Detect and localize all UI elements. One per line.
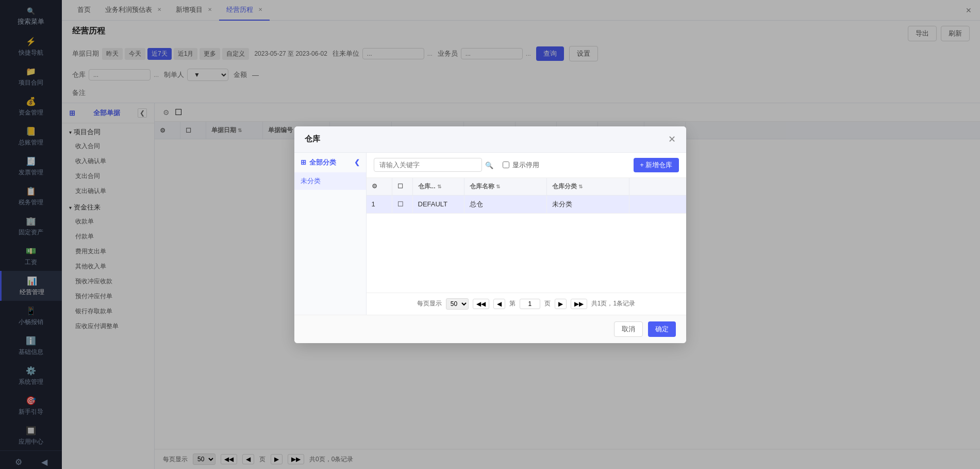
modal-th-category: 仓库分类 ⇅ [547, 178, 629, 195]
modal-page-label: 页 [544, 299, 551, 308]
modal-pagination: 每页显示 50 ◀◀ ◀ 第 页 ▶ ▶▶ 共1页，1条记录 [367, 293, 686, 315]
show-disabled-checkbox[interactable]: 显示停用 [503, 160, 539, 170]
modal-th-settings: ⚙ [367, 178, 392, 195]
warehouse-modal: 仓库 ✕ ⊞ 全部分类 ❮ 未分类 [294, 126, 686, 343]
row-check[interactable]: ☐ [392, 196, 413, 213]
table-row[interactable]: 1 ☐ DEFAULT 总仓 未分类 [367, 196, 686, 214]
modal-sidebar-all-label: 全部分类 [309, 158, 336, 167]
modal-th-name: 仓库名称 ⇅ [464, 178, 547, 195]
modal-sidebar-collapse[interactable]: ❮ [354, 158, 360, 166]
modal-sidebar-all[interactable]: ⊞ 全部分类 ❮ [294, 153, 366, 172]
row-category: 未分类 [547, 196, 629, 213]
modal-prev-btn[interactable]: ◀ [493, 299, 505, 309]
uncategorized-label: 未分类 [301, 177, 321, 185]
modal-main: 🔍 显示停用 + 新增仓库 ⚙ ☐ 仓库... ⇅ [367, 153, 686, 315]
modal-header: 仓库 ✕ [294, 126, 686, 153]
modal-search-input[interactable] [374, 158, 482, 172]
row-name: 总仓 [464, 196, 547, 213]
modal-page-input[interactable] [520, 299, 540, 309]
modal-sidebar: ⊞ 全部分类 ❮ 未分类 [294, 153, 367, 315]
sort-modal-name[interactable]: ⇅ [496, 184, 500, 189]
modal-overlay: 仓库 ✕ ⊞ 全部分类 ❮ 未分类 [0, 0, 980, 469]
sort-modal-category[interactable]: ⇅ [578, 184, 583, 189]
modal-body: ⊞ 全部分类 ❮ 未分类 🔍 显示停用 [294, 153, 686, 315]
modal-title: 仓库 [305, 134, 320, 144]
modal-close-button[interactable]: ✕ [668, 134, 676, 145]
modal-total-label: 共1页，1条记录 [591, 299, 635, 308]
modal-per-page-select[interactable]: 50 [446, 298, 469, 310]
modal-last-btn[interactable]: ▶▶ [571, 299, 587, 309]
modal-per-page-label: 每页显示 [417, 299, 442, 308]
modal-th-code: 仓库... ⇅ [413, 178, 464, 195]
modal-sidebar-uncategorized[interactable]: 未分类 [294, 172, 366, 190]
add-warehouse-button[interactable]: + 新增仓库 [634, 158, 678, 172]
modal-next-btn[interactable]: ▶ [555, 299, 567, 309]
modal-search-wrap: 🔍 [374, 158, 497, 172]
row-num: 1 [367, 196, 392, 213]
grid-icon-modal: ⊞ [301, 158, 306, 166]
modal-search-icon: 🔍 [485, 161, 493, 169]
modal-table-header: ⚙ ☐ 仓库... ⇅ 仓库名称 ⇅ 仓库分类 ⇅ [367, 178, 686, 196]
show-disabled-label: 显示停用 [512, 160, 539, 170]
modal-th-check: ☐ [392, 178, 413, 195]
sort-modal-code[interactable]: ⇅ [437, 184, 441, 189]
modal-page-label-pre: 第 [509, 299, 516, 308]
modal-toolbar: 🔍 显示停用 + 新增仓库 [367, 153, 686, 178]
confirm-button[interactable]: 确定 [648, 321, 676, 337]
show-disabled-check[interactable] [503, 161, 509, 168]
modal-footer-buttons: 取消 确定 [294, 315, 686, 343]
row-code: DEFAULT [413, 196, 464, 213]
modal-table: ⚙ ☐ 仓库... ⇅ 仓库名称 ⇅ 仓库分类 ⇅ [367, 178, 686, 293]
cancel-button[interactable]: 取消 [614, 321, 643, 337]
modal-first-btn[interactable]: ◀◀ [473, 299, 489, 309]
